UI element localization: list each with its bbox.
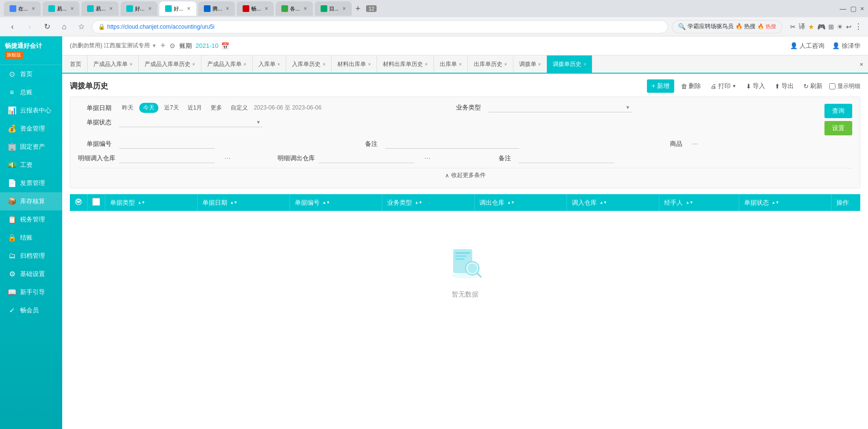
remark-input[interactable]: [385, 139, 519, 149]
translate-icon[interactable]: 译: [799, 22, 805, 31]
app-tab-11-active[interactable]: 调拨单历史 ×: [547, 55, 592, 73]
new-tab-button[interactable]: +: [356, 4, 361, 14]
tab-close-7[interactable]: ×: [226, 5, 229, 12]
tab-close-app-3[interactable]: ×: [244, 62, 246, 67]
browser-tab-2[interactable]: 易... ×: [43, 1, 79, 16]
bookmark-button[interactable]: ☆: [75, 20, 88, 33]
app-tab-3[interactable]: 产成品入库单 ×: [201, 55, 253, 73]
sidebar-item-archive[interactable]: 🗂 归档管理: [0, 247, 62, 265]
th-settings[interactable]: [70, 194, 88, 211]
show-cols-checkbox[interactable]: [829, 83, 835, 89]
app-tab-home[interactable]: 首页: [64, 55, 88, 73]
sort-doc-type[interactable]: ▲▼: [138, 201, 145, 205]
sidebar-item-home[interactable]: ⊙ 首页: [0, 65, 62, 83]
browser-tab-1[interactable]: 在... ×: [4, 1, 41, 16]
tab-close-1[interactable]: ×: [32, 5, 35, 12]
sidebar-item-invoice[interactable]: 📄 发票管理: [0, 174, 62, 192]
sidebar-item-closing[interactable]: 🔒 结账: [0, 229, 62, 247]
delete-btn[interactable]: 🗑 删除: [678, 80, 704, 92]
reward-icon[interactable]: ★: [808, 23, 814, 31]
tab-close-app-10[interactable]: ×: [538, 62, 541, 67]
select-all-checkbox[interactable]: [92, 198, 100, 206]
date-opt-custom[interactable]: 自定义: [228, 103, 251, 113]
th-out-warehouse[interactable]: 调出仓库 ▲▼: [475, 194, 567, 211]
sidebar-item-member[interactable]: ✓ 畅会员: [0, 301, 62, 319]
close-btn[interactable]: ×: [860, 5, 864, 12]
tab-bar-close-all[interactable]: ×: [855, 58, 868, 71]
detail-remark-input[interactable]: [519, 154, 614, 163]
address-bar[interactable]: 🔒 https://cloud.chanjet.com/accounting/u…: [92, 20, 668, 33]
th-doc-date[interactable]: 单据日期 ▲▼: [198, 194, 290, 211]
browser-tab-10[interactable]: 目... ×: [315, 1, 352, 16]
sort-biz-type[interactable]: ▲▼: [415, 201, 423, 205]
tab-close-8[interactable]: ×: [265, 5, 268, 12]
date-opt-yesterday[interactable]: 昨天: [119, 103, 136, 113]
app-tab-1[interactable]: 产成品入库单 ×: [88, 55, 139, 73]
app-tab-5[interactable]: 入库单历史 ×: [286, 55, 332, 73]
sidebar-item-capital[interactable]: 💰 资金管理: [0, 120, 62, 138]
service-btn[interactable]: 👤 人工咨询: [790, 42, 824, 50]
home-button[interactable]: ⌂: [57, 20, 71, 33]
sidebar-item-guide[interactable]: 📖 新手引导: [0, 283, 62, 301]
date-opt-1month[interactable]: 近1月: [185, 103, 205, 113]
browser-tab-4[interactable]: 好... ×: [121, 1, 157, 16]
tab-close-10[interactable]: ×: [343, 5, 346, 12]
tab-close-app-11[interactable]: ×: [583, 62, 586, 67]
sort-out-warehouse[interactable]: ▲▼: [507, 201, 515, 205]
th-doc-no[interactable]: 单据编号 ▲▼: [290, 194, 382, 211]
app-tab-4[interactable]: 入库单 ×: [253, 55, 287, 73]
apps-icon[interactable]: ⊞: [828, 23, 834, 31]
tab-close-app-8[interactable]: ×: [459, 62, 462, 67]
app-tab-2[interactable]: 产成品入库单历史 ×: [139, 55, 201, 73]
sort-doc-status[interactable]: ▲▼: [772, 201, 779, 205]
sidebar-item-salary[interactable]: 💵 工资: [0, 156, 62, 174]
th-doc-status[interactable]: 单据状态 ▲▼: [739, 194, 831, 211]
tab-close-app-9[interactable]: ×: [504, 62, 507, 67]
collapse-filter-btn[interactable]: ∧ 收起更多条件: [78, 168, 852, 182]
tab-close-4[interactable]: ×: [148, 5, 152, 12]
undo-icon[interactable]: ↩: [846, 23, 852, 31]
date-opt-7days[interactable]: 近7天: [161, 103, 182, 113]
settings-company-icon[interactable]: ⚙: [169, 42, 176, 50]
app-tab-8[interactable]: 出库单 ×: [434, 55, 468, 73]
company-selector[interactable]: (勿删勿禁用) 江西服宝测试专用 ▼: [70, 42, 156, 50]
user-info[interactable]: 👤 徐泽华: [832, 42, 860, 50]
export-btn[interactable]: ⬆ 导出: [772, 80, 797, 92]
app-tab-6[interactable]: 材料出库单 ×: [332, 55, 377, 73]
browser-tab-9[interactable]: 各... ×: [276, 1, 312, 16]
game-icon[interactable]: 🎮: [817, 23, 825, 31]
sort-doc-no[interactable]: ▲▼: [323, 201, 330, 205]
tab-close-2[interactable]: ×: [70, 5, 74, 12]
browser-tab-7[interactable]: 腾... ×: [198, 1, 235, 16]
sidebar-item-inventory[interactable]: 📦 库存核算: [0, 192, 62, 210]
new-btn[interactable]: + 新增: [647, 79, 674, 93]
minimize-btn[interactable]: —: [840, 5, 846, 12]
back-button[interactable]: ‹: [6, 20, 19, 33]
browser-tab-3[interactable]: 易... ×: [81, 1, 118, 16]
browser-tab-8[interactable]: 畅... ×: [237, 1, 274, 16]
tab-close-3[interactable]: ×: [110, 5, 113, 12]
brightness-icon[interactable]: ☀: [837, 23, 843, 31]
browser-tab-active[interactable]: 好... ×: [159, 1, 196, 16]
tab-close-app-4[interactable]: ×: [278, 62, 280, 67]
tab-close-active[interactable]: ×: [187, 5, 190, 12]
query-button[interactable]: 查询: [824, 104, 852, 118]
import-btn[interactable]: ⬇ 导入: [743, 80, 768, 92]
show-cols-toggle[interactable]: 显示明细: [829, 82, 860, 90]
app-tab-7[interactable]: 材料出库单历史 ×: [377, 55, 434, 73]
sort-doc-date[interactable]: ▲▼: [230, 201, 238, 205]
app-tab-10[interactable]: 调拨单 ×: [513, 55, 547, 73]
detail-out-btn[interactable]: ···: [422, 154, 432, 163]
sort-in-warehouse[interactable]: ▲▼: [600, 201, 607, 205]
sidebar-item-basic[interactable]: ⚙ 基础设置: [0, 265, 62, 283]
forward-button[interactable]: ›: [23, 20, 36, 33]
detail-in-btn[interactable]: ···: [223, 154, 233, 163]
refresh-button[interactable]: ↻: [40, 20, 54, 33]
th-handler[interactable]: 经手人 ▲▼: [659, 194, 739, 211]
goods-select-btn[interactable]: ···: [690, 140, 700, 148]
scissors-icon[interactable]: ✂: [790, 23, 796, 31]
refresh-btn[interactable]: ↻ 刷新: [801, 80, 825, 92]
th-in-warehouse[interactable]: 调入仓库 ▲▼: [567, 194, 659, 211]
tab-close-app-7[interactable]: ×: [425, 62, 428, 67]
tab-close-app-6[interactable]: ×: [368, 62, 371, 67]
